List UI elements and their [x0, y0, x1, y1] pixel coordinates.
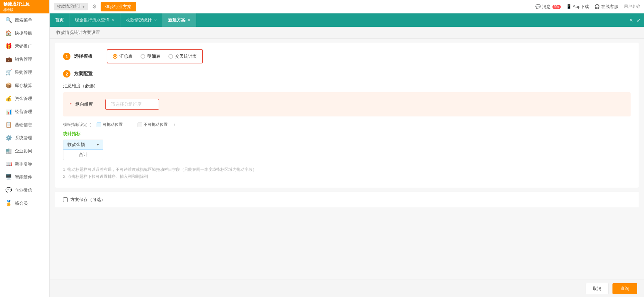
- save-label: 方案保存（可选）: [70, 197, 105, 203]
- message-badge: 99+: [552, 5, 561, 9]
- tab-home[interactable]: 首页: [50, 13, 69, 27]
- sidebar-item-sales[interactable]: 💼 销售管理: [0, 53, 49, 66]
- user-name: 用户名称: [624, 4, 640, 9]
- tabbar-right: ✕ ⤢: [626, 13, 644, 27]
- radio-cross-circle: [168, 54, 173, 59]
- sidebar-item-label: 基础信息: [15, 122, 32, 128]
- sidebar-item-basic[interactable]: 📋 基础信息: [0, 118, 49, 131]
- operation-icon: 📊: [5, 108, 12, 115]
- sidebar-item-label: 营销推广: [15, 43, 32, 49]
- finance-icon: 💰: [5, 95, 12, 102]
- sidebar-item-label: 畅会员: [15, 200, 28, 206]
- system-icon: ⚙️: [5, 135, 12, 141]
- trial-button[interactable]: 体验行业方案: [101, 2, 136, 11]
- sidebar-item-operation[interactable]: 📊 经营管理: [0, 105, 49, 118]
- vertical-dim-select[interactable]: 请选择分组维度: [105, 99, 159, 110]
- sidebar-item-hardware[interactable]: 🖥️ 智能硬件: [0, 170, 49, 184]
- dimension-row: * 纵向维度 → 请选择分组维度: [70, 99, 624, 110]
- sidebar-item-label: 搜索菜单: [15, 17, 32, 23]
- step2-label: 方案配置: [74, 71, 93, 77]
- indicator-dropdown-icon[interactable]: ▾: [97, 143, 99, 147]
- sidebar-item-guide[interactable]: 📖 新手引导: [0, 157, 49, 170]
- step2-section: 2 方案配置 汇总维度（必选） * 纵向维度 → 请选择分组维度: [63, 70, 631, 180]
- tab-receipt-close-icon[interactable]: ✕: [154, 18, 157, 22]
- sidebar-item-label: 快捷导航: [15, 30, 32, 36]
- message-button[interactable]: 💬 消息 99+: [535, 4, 561, 10]
- tab-new-plan[interactable]: 新建方案 ✕: [163, 13, 196, 27]
- breadcrumb-text: 收款情况统计: [57, 4, 81, 9]
- dim-arrow-icon: →: [97, 102, 101, 107]
- tab-bank-close-icon[interactable]: ✕: [112, 18, 115, 22]
- tab-home-label: 首页: [55, 17, 64, 23]
- basic-icon: 📋: [5, 121, 12, 128]
- sidebar-item-system[interactable]: ⚙️ 系统管理: [0, 131, 49, 144]
- sidebar-item-member[interactable]: 🏅 畅会员: [0, 197, 49, 210]
- sidebar-logo: 畅捷通好生意 标准版: [0, 0, 49, 13]
- download-button[interactable]: 📱 App下载: [566, 4, 589, 10]
- radio-cross-label: 交叉统计表: [175, 53, 197, 59]
- radio-summary[interactable]: 汇总表: [113, 53, 132, 59]
- sidebar-item-inventory[interactable]: 📦 库存核算: [0, 79, 49, 92]
- section-card: 1 选择模板 汇总表 明细表 交叉统计表: [55, 43, 639, 188]
- hardware-icon: 🖥️: [5, 174, 12, 180]
- cancel-button[interactable]: 取消: [586, 283, 608, 294]
- sidebar: 畅捷通好生意 标准版 🔍 搜索菜单 🏠 快捷导航 🎁 营销推广 💼 销售管理 🛒…: [0, 0, 50, 297]
- radio-summary-circle: [113, 54, 117, 59]
- save-checkbox[interactable]: [63, 197, 68, 202]
- step2-header: 2 方案配置: [63, 70, 631, 78]
- tab-receipt[interactable]: 收款情况统计 ✕: [120, 13, 163, 27]
- corp-icon: 🏢: [5, 148, 12, 154]
- tab-new-plan-label: 新建方案: [168, 17, 185, 23]
- indicators-legend: 模板指标设定（ 可拖动位置 不可拖动位置 ）: [63, 122, 631, 128]
- indicator-card-header-text: 收款金额: [67, 142, 85, 148]
- sidebar-item-nav[interactable]: 🏠 快捷导航: [0, 27, 49, 40]
- tab-receipt-label: 收款情况统计: [126, 17, 152, 23]
- sidebar-item-label: 资金管理: [15, 96, 32, 102]
- sidebar-item-label: 库存核算: [15, 83, 32, 89]
- gear-icon[interactable]: ⚙: [92, 3, 97, 10]
- sidebar-item-marketing[interactable]: 🎁 营销推广: [0, 40, 49, 53]
- service-button[interactable]: 🎧 在线客服: [594, 4, 619, 10]
- sidebar-item-finance[interactable]: 💰 资金管理: [0, 92, 49, 105]
- tip-2: 2. 点击标题栏下拉可设置排序、插入列和删除列: [63, 174, 631, 180]
- indicator-card-header[interactable]: 收款金额 ▾: [63, 140, 103, 150]
- sidebar-item-search[interactable]: 🔍 搜索菜单: [0, 13, 49, 27]
- save-section: 方案保存（可选）: [55, 192, 639, 207]
- tab-bank[interactable]: 现金银行流水查询 ✕: [69, 13, 120, 27]
- indicator-card: 收款金额 ▾ 合计: [63, 140, 103, 160]
- sidebar-item-label: 经营管理: [15, 109, 32, 115]
- step1-label: 选择模板: [74, 53, 93, 59]
- dimension-area: * 纵向维度 → 请选择分组维度: [63, 92, 631, 116]
- dimension-section-label: 汇总维度（必选）: [63, 83, 631, 89]
- tab-new-plan-close-icon[interactable]: ✕: [187, 18, 191, 22]
- radio-detail[interactable]: 明细表: [141, 53, 160, 59]
- dimension-section-text: 汇总维度（必选）: [63, 83, 98, 88]
- vertical-dim-placeholder: 请选择分组维度: [111, 102, 142, 107]
- legend-close-bracket: ）: [173, 122, 177, 128]
- sidebar-item-corp[interactable]: 🏢 企业协同: [0, 144, 49, 157]
- wechat-icon: 💬: [5, 187, 12, 193]
- required-star: *: [70, 102, 71, 107]
- sidebar-item-label: 智能硬件: [15, 174, 32, 180]
- draggable-box-icon: [97, 122, 101, 127]
- inventory-icon: 📦: [5, 82, 12, 89]
- sidebar-item-purchase[interactable]: 🛒 采购管理: [0, 66, 49, 79]
- member-icon: 🏅: [5, 200, 12, 206]
- home-icon: 🏠: [5, 30, 12, 36]
- indicators-section: 模板指标设定（ 可拖动位置 不可拖动位置 ） 统计指标: [63, 122, 631, 160]
- page-title-text: 收款情况统计方案设置: [56, 30, 100, 35]
- search-icon: 🔍: [5, 17, 12, 23]
- legend-separator: [128, 122, 132, 128]
- breadcrumb-chevron-icon: ▾: [83, 4, 85, 9]
- indicator-card-body: 合计: [63, 150, 103, 160]
- tabbar-close-icon[interactable]: ✕: [629, 17, 633, 23]
- radio-cross[interactable]: 交叉统计表: [168, 53, 197, 59]
- tabbar-expand-icon[interactable]: ⤢: [637, 17, 641, 23]
- logo-edition: 标准版: [3, 8, 30, 12]
- indicators-legend-title: 模板指标设定（: [63, 122, 91, 128]
- content-area: 收款情况统计方案设置 1 选择模板 汇总表 明细表: [50, 27, 644, 297]
- sidebar-item-label: 采购管理: [15, 69, 32, 76]
- sidebar-item-wechat[interactable]: 💬 企业微信: [0, 184, 49, 197]
- query-button[interactable]: 查询: [612, 283, 637, 294]
- tab-bank-label: 现金银行流水查询: [75, 17, 110, 23]
